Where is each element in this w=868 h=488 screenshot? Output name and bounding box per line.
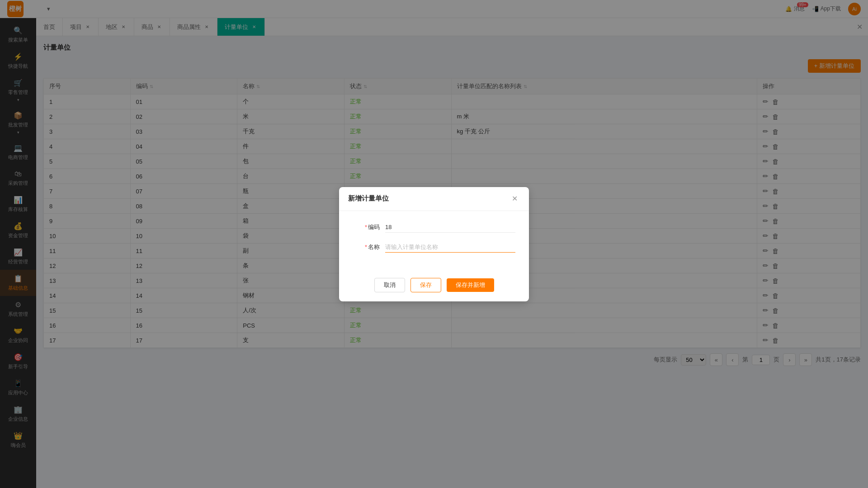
modal-footer: 取消 保存 保存并新增: [339, 272, 529, 301]
save-and-new-button[interactable]: 保存并新增: [447, 278, 494, 292]
modal-close-button[interactable]: ✕: [509, 193, 520, 204]
name-label: *名称: [353, 243, 380, 251]
modal-header: 新增计量单位 ✕: [339, 187, 529, 211]
modal-title: 新增计量单位: [348, 194, 389, 203]
cancel-button[interactable]: 取消: [374, 278, 405, 292]
save-button[interactable]: 保存: [410, 278, 441, 292]
modal-body: *编码 *名称: [339, 211, 529, 272]
name-field-row: *名称: [353, 242, 515, 253]
code-input[interactable]: [385, 222, 515, 233]
name-input[interactable]: [385, 242, 515, 253]
code-field-row: *编码: [353, 222, 515, 233]
name-required-mark: *: [365, 244, 367, 250]
modal-overlay: 新增计量单位 ✕ *编码 *名称 取消 保存 保存并新增: [0, 0, 868, 488]
add-unit-modal: 新增计量单位 ✕ *编码 *名称 取消 保存 保存并新增: [339, 187, 529, 301]
code-label: *编码: [353, 223, 380, 231]
code-required-mark: *: [365, 224, 367, 230]
